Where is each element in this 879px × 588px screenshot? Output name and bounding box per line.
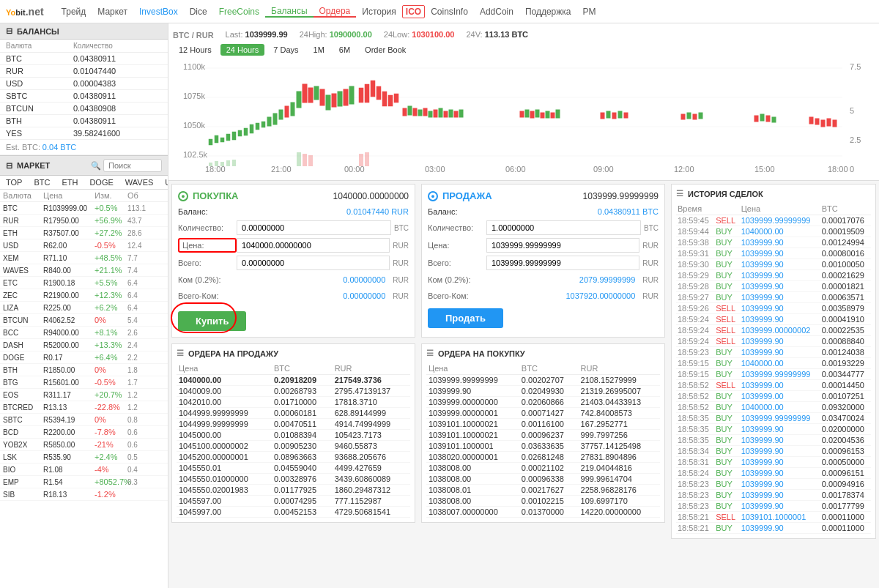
sell-order-row[interactable]: 1042010.00 0.01710000 17818.3710 (177, 397, 410, 408)
nav-balances[interactable]: Балансы (265, 6, 313, 18)
time-1m[interactable]: 1M (308, 44, 330, 56)
market-row[interactable]: ZEC R21900.00 +12.3% 6.4 (0, 289, 168, 302)
nav-freecoins[interactable]: FreeCoins (213, 7, 265, 17)
buy-order-row[interactable]: 1038008.00 0.00102215 109.6997170 (426, 496, 660, 507)
sell-order-row[interactable]: 1045550.01000000 0.00328976 3439.6086008… (177, 474, 410, 485)
buy-order-row[interactable]: 1038008.00 0.00096338 999.99614704 (426, 474, 660, 485)
buy-order-row[interactable]: 1038007.00000000 0.01370000 14220.000000… (426, 507, 660, 518)
time-24h[interactable]: 24 Hours (220, 44, 265, 56)
time-12h[interactable]: 12 Hours (173, 44, 218, 56)
market-row[interactable]: BIO R1.08 -4% 0.4 (0, 464, 168, 476)
buy-order-row[interactable]: 1038008.01 0.00217627 2258.96828176 (426, 485, 660, 496)
market-row[interactable]: BCC R94000.00 +8.1% 2.6 (0, 327, 168, 339)
sell-order-row[interactable]: 1044999.99999999 0.00060181 628.89144999 (177, 408, 410, 419)
market-row[interactable]: EOS R311.17 +20.7% 1.2 (0, 389, 168, 401)
market-search-input[interactable] (103, 159, 162, 172)
tab-doge[interactable]: DOGE (84, 176, 119, 189)
market-row[interactable]: WAVES R840.00 +21.1% 7.4 (0, 264, 168, 277)
sell-order-row[interactable]: 1040000.00 0.20918209 217549.3736 (177, 375, 410, 386)
buy-order-row[interactable]: 1039101.10000021 0.00096237 999.7997256 (426, 430, 660, 441)
nav-trade[interactable]: Трейд (56, 7, 92, 17)
sell-button[interactable]: Продать (428, 308, 503, 328)
market-row[interactable]: BTC R1039999.00 +0.5% 113.1 (0, 202, 168, 215)
market-row[interactable]: LIZA R225.00 +6.2% 6.4 (0, 302, 168, 314)
sell-order-row[interactable]: 1045997.00 0.00452153 4729.50681541 (177, 507, 410, 518)
history-time: 18:58:31 (676, 457, 714, 468)
sell-order-row[interactable]: 1045100.00000002 0.00905230 9460.55873 (177, 441, 410, 452)
sell-order-row[interactable]: 1045597.00 0.00074295 777.1152987 (177, 496, 410, 507)
sell-price-input[interactable] (486, 238, 639, 253)
sell-qty-input[interactable] (486, 220, 641, 235)
market-row[interactable]: EMP R1.54 +8052.7% 0.3 (0, 476, 168, 488)
sell-total-input[interactable] (486, 256, 639, 270)
market-row[interactable]: SIB R18.13 -1.2% (0, 488, 168, 501)
chart-high: 24High: 1090000.00 (300, 30, 372, 39)
buy-order-row[interactable]: 1039999.00000000 0.02060866 21403.044339… (426, 397, 660, 408)
market-row[interactable]: XEM R71.10 +48.5% 7.7 (0, 252, 168, 264)
market-currency: LIZA (3, 304, 43, 312)
nav-dice[interactable]: Dice (184, 7, 213, 17)
buy-order-price: 1039999.90 (426, 386, 519, 397)
nav-investbox[interactable]: InvestBox (133, 7, 184, 17)
market-change: -0.5% (94, 241, 127, 250)
buy-price-input[interactable] (237, 238, 390, 253)
buy-order-row[interactable]: 1038008.00 0.00021102 219.04044816 (426, 463, 660, 474)
sell-panel: ● ПРОДАЖА 1039999.99999999 Баланс: 0.043… (421, 184, 665, 338)
sell-order-rur: 777.1152987 (333, 496, 410, 507)
market-row[interactable]: BTG R15601.00 -0.5% 1.7 (0, 376, 168, 389)
nav-market[interactable]: Маркет (92, 7, 133, 17)
market-row[interactable]: BTCRED R13.13 -22.8% 1.2 (0, 401, 168, 414)
market-row[interactable]: BTCUN R4062.52 0% 5.4 (0, 314, 168, 327)
buy-order-row[interactable]: 1038020.00000001 0.02681248 27831.890489… (426, 452, 660, 463)
sell-order-row[interactable]: 1045550.01 0.04559040 4499.427659 (177, 463, 410, 474)
buy-price-row: Цена: RUR (178, 238, 409, 253)
nav-addcoin[interactable]: AddCoin (474, 7, 519, 17)
buy-order-row[interactable]: 1039101.1000001 0.03633635 37757.1412549… (426, 441, 660, 452)
buy-total-input[interactable] (237, 256, 390, 270)
tab-usd[interactable]: USD (159, 176, 168, 189)
sell-order-row[interactable]: 1045000.00 0.01088394 105423.7173 (177, 430, 410, 441)
buy-order-row[interactable]: 1039999.99999999 0.00202707 2108.1527999… (426, 375, 660, 386)
market-row[interactable]: BCD R2200.00 -7.8% 0.6 (0, 426, 168, 439)
tab-waves[interactable]: WAVES (119, 176, 160, 189)
market-row[interactable]: USD R62.00 -0.5% 12.4 (0, 239, 168, 252)
tab-eth[interactable]: ETH (56, 176, 84, 189)
buy-order-row[interactable]: 1039101.10000021 0.00116100 167.2952771 (426, 419, 660, 430)
sell-order-row[interactable]: 1040009.00 0.00268793 2795.47139137 (177, 386, 410, 397)
time-orderbook[interactable]: Order Book (359, 44, 412, 56)
buy-qty-input[interactable] (237, 220, 391, 235)
history-type: BUY (714, 424, 739, 435)
nav-orders[interactable]: Ордера (314, 6, 357, 18)
time-6m[interactable]: 6M (333, 44, 356, 56)
market-change: +0.5% (94, 204, 127, 212)
market-row[interactable]: YOB2X R5850.00 -21% 0.6 (0, 439, 168, 451)
tab-top[interactable]: TOP (0, 176, 28, 189)
time-7d[interactable]: 7 Days (267, 44, 304, 56)
sell-order-row[interactable]: 1044999.99999999 0.00470511 4914.7499499… (177, 419, 410, 430)
buy-order-row[interactable]: 1039999.00000001 0.00071427 742.84008573 (426, 408, 660, 419)
svg-rect-40 (279, 110, 283, 119)
nav-pm[interactable]: PM (577, 7, 602, 17)
market-row[interactable]: BTH R1850.00 0% 1.8 (0, 364, 168, 376)
market-tabs: TOP BTC ETH DOGE WAVES USD RUR (0, 176, 168, 190)
tab-btc[interactable]: BTC (28, 176, 56, 189)
market-row[interactable]: ETC R1900.18 +5.5% 6.4 (0, 277, 168, 289)
logo[interactable]: Yobit.net (6, 4, 44, 19)
svg-text:12:00: 12:00 (674, 165, 694, 174)
history-time: 18:59:28 (676, 281, 714, 292)
market-row[interactable]: DASH R52000.00 +13.3% 2.4 (0, 339, 168, 351)
sell-order-row[interactable]: 1045200.00000001 0.08963663 93688.205676 (177, 452, 410, 463)
nav-history[interactable]: История (356, 7, 402, 17)
nav-support[interactable]: Поддержка (519, 7, 577, 17)
sell-order-btc: 0.00074295 (272, 496, 333, 507)
buy-order-row[interactable]: 1039999.90 0.02049930 21319.26995007 (426, 386, 660, 397)
nav-coinsinfo[interactable]: CoinsInfo (425, 7, 474, 17)
market-row[interactable]: DOGE R0.17 +6.4% 2.2 (0, 351, 168, 364)
market-row[interactable]: ETH R37507.00 +27.2% 28.6 (0, 227, 168, 239)
buy-button[interactable]: Купить (178, 311, 246, 331)
market-row[interactable]: RUR R17950.00 +56.9% 43.7 (0, 215, 168, 227)
nav-ico[interactable]: ICO (402, 5, 425, 18)
market-row[interactable]: SBTC R5394.19 0% 0.8 (0, 414, 168, 426)
sell-order-row[interactable]: 1045550.02001983 0.01177925 1860.2948731… (177, 485, 410, 496)
market-row[interactable]: LSK R535.90 +2.4% 0.5 (0, 451, 168, 464)
